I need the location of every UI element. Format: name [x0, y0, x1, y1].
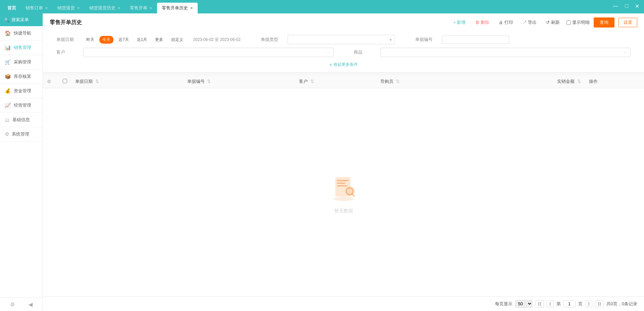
doc-type-select[interactable]: ▾	[288, 35, 395, 44]
sort-number-icon[interactable]: ⇅	[207, 79, 211, 84]
sidebar-item-quick-nav[interactable]: 🏠 快捷导航	[0, 26, 43, 41]
filter-row-date: 单据日期 昨天 今天 近7天 近1月 更多 自定义 2023-06-02 至 2…	[56, 35, 631, 44]
folder-icon: 🗂	[5, 117, 10, 123]
th-actions: 操作	[585, 75, 644, 88]
gear-icon: ⚙	[5, 131, 9, 137]
sort-guide-icon[interactable]: ⇅	[396, 79, 400, 84]
tab-bar: 首页 销售订单 ✕ 销货退货 ✕ 销货退货历史 ✕ 零售开单 ✕ 零售开单历史 …	[0, 0, 644, 13]
first-page-btn[interactable]: ⟨⟨	[535, 300, 544, 307]
th-number: 单据编号 ⇅	[183, 75, 295, 88]
sidebar-item-sales-mgmt[interactable]: 📊 销售管理	[0, 41, 43, 55]
sidebar-item-system-label: 系统管理	[12, 131, 29, 137]
sidebar-item-purchase-mgmt[interactable]: 🛒 采购管理	[0, 55, 43, 69]
new-button[interactable]: + 新增	[450, 18, 468, 27]
doc-type-input[interactable]: ▾	[288, 35, 395, 44]
tab-retail-open-close[interactable]: ✕	[149, 6, 152, 10]
date-btn-last7[interactable]: 近7天	[115, 36, 132, 44]
goods-ellipsis: ···	[624, 50, 628, 55]
empty-state: 暂无数据	[43, 88, 644, 296]
tab-retail-open-history-close[interactable]: ✕	[190, 6, 193, 10]
sort-amount-icon[interactable]: ⇅	[577, 79, 581, 84]
svg-point-0	[334, 197, 354, 201]
tab-sales-order[interactable]: 销售订单 ✕	[21, 3, 53, 13]
date-filter-label: 单据日期	[56, 37, 77, 43]
sidebar-item-operations[interactable]: 📈 经营管理	[0, 98, 43, 113]
export-button[interactable]: ↗ 导出	[520, 18, 540, 27]
filter-area: 单据日期 昨天 今天 近7天 近1月 更多 自定义 2023-06-02 至 2…	[50, 32, 637, 72]
settings-bottom-icon[interactable]: ⚙	[10, 301, 15, 308]
cart-icon: 🛒	[5, 59, 11, 65]
sidebar-item-base-info[interactable]: 🗂 基础信息	[0, 113, 43, 127]
print-button[interactable]: 🖨 打印	[496, 18, 516, 27]
minimize-button[interactable]: —	[611, 2, 620, 10]
select-all-checkbox[interactable]	[63, 79, 67, 83]
money-icon: 💰	[5, 88, 11, 94]
date-btn-today[interactable]: 今天	[99, 36, 113, 44]
tab-sales-return-history-label: 销货退货历史	[89, 5, 115, 11]
table-settings-icon[interactable]: ⚙	[47, 79, 51, 84]
sidebar-item-finance[interactable]: 💰 资金管理	[0, 84, 43, 98]
per-page-label: 每页显示	[495, 301, 512, 307]
maximize-button[interactable]: □	[623, 2, 630, 10]
tab-sales-return-history[interactable]: 销货退货历史 ✕	[85, 3, 125, 13]
home-icon: 🏠	[5, 30, 11, 36]
collapse-filter-btn[interactable]: ∧ 收起更多条件	[56, 60, 631, 69]
date-range-display: 2023-06-02 至 2023-06-02	[193, 37, 240, 43]
settings-button[interactable]: 设置	[618, 18, 637, 27]
date-btn-last1month[interactable]: 近1月	[134, 36, 150, 44]
search-icon: 🔍	[4, 17, 9, 22]
trend-icon: 📈	[5, 102, 11, 108]
doc-type-label: 单据类型	[261, 37, 281, 43]
page-title-row: 零售开单历史 + 新增 🗑 删除 🖨 打印 ↗ 导出 ↺ 刷新 显示明细 查询 …	[50, 17, 637, 28]
display-detail-label: 显示明细	[566, 19, 590, 25]
customer-input[interactable]: ···	[83, 48, 334, 57]
tab-retail-open[interactable]: 零售开单 ✕	[125, 3, 157, 13]
sidebar-search[interactable]: 🔍 搜索采单	[0, 13, 43, 26]
table-header-row: ⚙ 单据日期 ⇅ 单据编号 ⇅	[43, 75, 644, 88]
page-input[interactable]: 1	[563, 300, 576, 307]
date-btn-more[interactable]: 更多	[152, 36, 166, 44]
sidebar-item-sales-mgmt-label: 销售管理	[14, 45, 31, 51]
sidebar-item-system[interactable]: ⚙ 系统管理	[0, 127, 43, 142]
sidebar-item-operations-label: 经营管理	[14, 102, 31, 108]
tab-retail-open-history[interactable]: 零售开单历史 ✕	[157, 3, 198, 13]
date-buttons: 昨天 今天 近7天 近1月 更多 自定义	[83, 36, 186, 44]
delete-button[interactable]: 🗑 删除	[473, 18, 492, 27]
date-btn-yesterday[interactable]: 昨天	[83, 36, 97, 44]
tab-sales-return-history-close[interactable]: ✕	[117, 6, 120, 10]
box-icon: 📦	[5, 73, 11, 80]
tab-sales-return-close[interactable]: ✕	[77, 6, 80, 10]
close-button[interactable]: ✕	[633, 2, 641, 10]
th-amount: 实销金额 ⇅	[473, 75, 585, 88]
per-page-select[interactable]: 20 50 100	[515, 300, 533, 308]
filter-row-customer: 客户 ··· 商品 ···	[56, 48, 631, 57]
next-page-btn[interactable]: ⟩	[585, 300, 592, 307]
page-title: 零售开单历史	[50, 19, 82, 26]
tab-sales-return[interactable]: 销货退货 ✕	[53, 3, 85, 13]
display-detail-checkbox[interactable]	[566, 20, 571, 25]
prev-page-btn[interactable]: ⟨	[547, 300, 554, 307]
date-btn-custom[interactable]: 自定义	[168, 36, 186, 44]
sidebar-item-inventory[interactable]: 📦 库存核算	[0, 69, 43, 84]
query-button[interactable]: 查询	[594, 17, 614, 28]
sidebar-item-inventory-label: 库存核算	[14, 73, 31, 80]
collapse-sidebar-icon[interactable]: ◀	[29, 301, 33, 308]
tab-home[interactable]: 首页	[3, 3, 21, 13]
refresh-button[interactable]: ↺ 刷新	[543, 18, 562, 27]
main-layout: 🔍 搜索采单 🏠 快捷导航 📊 销售管理 🛒 采购管理 📦 库存核算 💰 资金管…	[0, 13, 644, 311]
tab-retail-open-history-label: 零售开单历史	[162, 5, 188, 11]
svg-rect-2	[337, 180, 349, 181]
last-page-btn[interactable]: ⟩⟩	[595, 300, 604, 307]
tab-home-label: 首页	[7, 5, 16, 11]
goods-input[interactable]: ···	[381, 48, 631, 57]
sort-customer-icon[interactable]: ⇅	[310, 79, 314, 84]
th-customer: 客户 ⇅	[295, 75, 376, 88]
tab-sales-order-close[interactable]: ✕	[45, 6, 48, 10]
sort-date-icon[interactable]: ⇅	[95, 79, 99, 84]
tab-sales-return-label: 销货退货	[57, 5, 75, 11]
th-guide: 导购员 ⇅	[376, 75, 473, 88]
collapse-up-icon: ∧	[329, 62, 332, 67]
sidebar-item-base-info-label: 基础信息	[12, 117, 30, 123]
toolbar: + 新增 🗑 删除 🖨 打印 ↗ 导出 ↺ 刷新 显示明细 查询 设置	[450, 17, 637, 28]
doc-number-input[interactable]	[442, 36, 509, 44]
